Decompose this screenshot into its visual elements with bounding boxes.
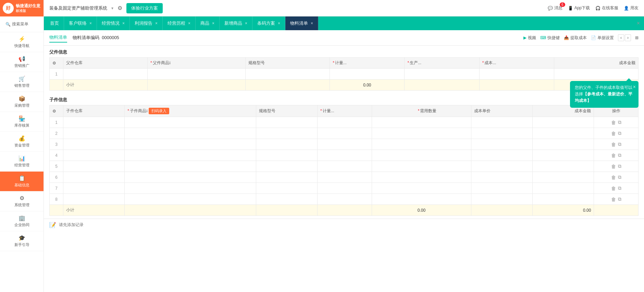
parent-unit-cell[interactable] xyxy=(330,69,405,80)
view-video-button[interactable]: ▶ 视频 xyxy=(523,35,536,41)
child-spec-5[interactable] xyxy=(256,161,317,172)
shortcut-button[interactable]: ⌨ 快捷键 xyxy=(540,35,560,41)
child-unit-1[interactable] xyxy=(318,117,372,128)
tooltip-close-button[interactable]: × xyxy=(633,83,636,91)
delete-row-2-button[interactable]: 🗑 xyxy=(611,131,616,136)
next-record-button[interactable]: › xyxy=(625,34,631,41)
child-unit-cost-7[interactable] xyxy=(471,183,532,194)
child-goods-1[interactable] xyxy=(125,117,256,128)
child-goods-5[interactable] xyxy=(125,161,256,172)
trial-button[interactable]: 体验行业方案 xyxy=(126,3,163,13)
tab-profit[interactable]: 利润报告 × xyxy=(130,16,163,30)
child-qty-8[interactable] xyxy=(372,194,471,205)
sidebar-item-operations[interactable]: 📊 经营管理 xyxy=(0,152,44,172)
child-unit-cost-8[interactable] xyxy=(471,194,532,205)
child-spec-4[interactable] xyxy=(256,150,317,161)
app-download-button[interactable]: 📱 App下载 xyxy=(568,5,590,11)
search-menu-button[interactable]: 🔍 搜索菜单 xyxy=(3,19,41,29)
child-spec-3[interactable] xyxy=(256,139,317,150)
child-warehouse-8[interactable] xyxy=(63,194,125,205)
child-unit-4[interactable] xyxy=(318,150,372,161)
prev-record-button[interactable]: ‹ xyxy=(618,34,624,41)
child-unit-3[interactable] xyxy=(318,139,372,150)
delete-row-4-button[interactable]: 🗑 xyxy=(611,153,616,158)
sidebar-item-purchase[interactable]: 📦 采购管理 xyxy=(0,92,44,112)
copy-row-7-button[interactable]: ⧉ xyxy=(618,185,621,191)
delete-row-7-button[interactable]: 🗑 xyxy=(611,186,616,191)
tab-close-new-goods[interactable]: × xyxy=(245,21,247,26)
copy-row-1-button[interactable]: ⧉ xyxy=(618,119,621,125)
child-unit-cost-6[interactable] xyxy=(471,172,532,183)
child-warehouse-5[interactable] xyxy=(63,161,125,172)
child-spec-7[interactable] xyxy=(256,183,317,194)
copy-row-8-button[interactable]: ⧉ xyxy=(618,196,621,202)
child-spec-2[interactable] xyxy=(256,128,317,139)
tab-customers[interactable]: 客户联络 × xyxy=(64,16,97,30)
child-spec-6[interactable] xyxy=(256,172,317,183)
child-unit-5[interactable] xyxy=(318,161,372,172)
child-unit-8[interactable] xyxy=(318,194,372,205)
settings-gear-icon[interactable]: ⚙ xyxy=(117,5,122,11)
single-settings-button[interactable]: 📄 单据设置 xyxy=(591,35,614,41)
sidebar-item-basic-info[interactable]: 📋 基础信息 xyxy=(0,172,44,191)
parent-spec-cell[interactable] xyxy=(246,69,330,80)
tab-home[interactable]: 首页 xyxy=(45,16,64,30)
delete-row-1-button[interactable]: 🗑 xyxy=(611,120,616,125)
grid-view-button[interactable]: ⊞ xyxy=(635,35,639,40)
copy-row-5-button[interactable]: ⧉ xyxy=(618,163,621,169)
delete-row-5-button[interactable]: 🗑 xyxy=(611,164,616,169)
copy-row-6-button[interactable]: ⧉ xyxy=(618,174,621,180)
parent-warehouse-cell[interactable] xyxy=(63,69,148,80)
parent-goods-cell[interactable] xyxy=(147,69,245,80)
tab-close-barcode[interactable]: × xyxy=(278,21,280,26)
tab-close-profit[interactable]: × xyxy=(155,21,158,26)
child-unit-cost-2[interactable] xyxy=(471,128,532,139)
child-unit-7[interactable] xyxy=(318,183,372,194)
sub-tab-bom-list[interactable]: 物料清单 xyxy=(49,33,67,43)
child-unit-cost-5[interactable] xyxy=(471,161,532,172)
copy-row-4-button[interactable]: ⧉ xyxy=(618,152,621,158)
child-spec-1[interactable] xyxy=(256,117,317,128)
child-qty-1[interactable] xyxy=(372,117,471,128)
tab-barcode[interactable]: 条码方案 × xyxy=(252,16,285,30)
child-qty-5[interactable] xyxy=(372,161,471,172)
child-spec-8[interactable] xyxy=(256,194,317,205)
tab-history[interactable]: 经营历程 × xyxy=(163,16,196,30)
child-qty-2[interactable] xyxy=(372,128,471,139)
child-unit-cost-3[interactable] xyxy=(471,139,532,150)
child-qty-4[interactable] xyxy=(372,150,471,161)
tab-close-goods[interactable]: × xyxy=(212,21,214,26)
tab-close-customers[interactable]: × xyxy=(89,21,92,26)
child-goods-4[interactable] xyxy=(125,150,256,161)
sidebar-item-finance[interactable]: 💰 资金管理 xyxy=(0,132,44,152)
tab-bom[interactable]: 物料清单 × xyxy=(285,16,318,30)
scan-input-button[interactable]: 扫码录入 xyxy=(149,108,169,114)
sidebar-item-system[interactable]: ⚙ 系统管理 xyxy=(0,191,44,211)
delete-row-3-button[interactable]: 🗑 xyxy=(611,142,616,147)
tab-operations-status[interactable]: 经营情况 × xyxy=(97,16,130,30)
delete-row-6-button[interactable]: 🗑 xyxy=(611,175,616,180)
child-qty-3[interactable] xyxy=(372,139,471,150)
child-unit-cost-1[interactable] xyxy=(471,117,532,128)
tab-goods[interactable]: 商品 × xyxy=(196,16,220,30)
tab-close-operations[interactable]: × xyxy=(122,21,125,26)
parent-cost-cell[interactable] xyxy=(479,69,554,80)
child-unit-6[interactable] xyxy=(318,172,372,183)
sidebar-item-guide[interactable]: 🎓 新手引导 xyxy=(0,231,44,251)
sidebar-item-sales[interactable]: 🛒 销售管理 xyxy=(0,72,44,92)
child-warehouse-3[interactable] xyxy=(63,139,125,150)
child-goods-3[interactable] xyxy=(125,139,256,150)
user-menu-button[interactable]: 👤 用友 xyxy=(624,5,639,11)
close-all-tabs-button[interactable]: × xyxy=(634,20,643,26)
child-goods-6[interactable] xyxy=(125,172,256,183)
tab-close-bom[interactable]: × xyxy=(311,21,313,26)
delete-row-8-button[interactable]: 🗑 xyxy=(611,197,616,202)
online-service-button[interactable]: 🎧 在线客服 xyxy=(595,5,618,11)
extract-cost-button[interactable]: 📥 提取成本 xyxy=(564,35,587,41)
tab-close-history[interactable]: × xyxy=(188,21,190,26)
copy-row-3-button[interactable]: ⧉ xyxy=(618,141,621,147)
sidebar-item-inventory[interactable]: 🏪 库存核算 xyxy=(0,112,44,132)
child-qty-6[interactable] xyxy=(372,172,471,183)
child-warehouse-1[interactable] xyxy=(63,117,125,128)
sidebar-item-marketing[interactable]: 📢 营销推广 xyxy=(0,52,44,72)
